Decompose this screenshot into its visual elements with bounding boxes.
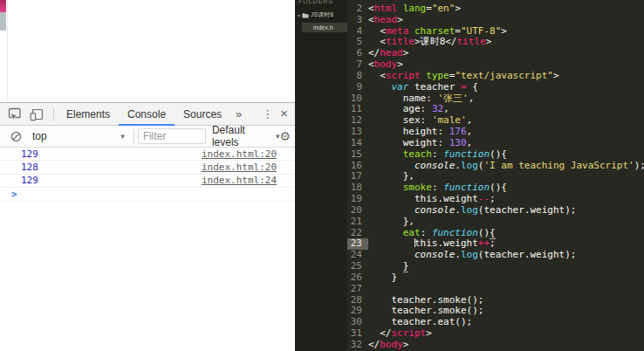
more-tabs-button[interactable]: » [230,107,247,120]
kebab-menu-icon[interactable]: ⋮ [257,107,278,120]
code-line: 9 var teacher = { [347,82,644,93]
prompt-chevron-icon: > [11,189,17,200]
line-number: 20 [347,205,368,217]
code-line-content[interactable]: console.log(teacher.weight); [368,205,576,217]
console-prompt[interactable]: > [0,188,295,202]
message-value: 129 [21,148,38,160]
code-line-content[interactable]: } [368,272,397,284]
console-toolbar: top ▾ Default levels ▾ ⚙ [0,126,295,148]
code-line: 32</body> [347,340,644,351]
message-source-link[interactable]: index.html:20 [202,148,277,160]
line-number: 9 [347,82,368,93]
code-line-content[interactable]: } [368,261,408,272]
close-icon[interactable]: × [278,107,295,121]
tabbar-separator [53,107,54,121]
devtools-tabbar: ElementsConsoleSources » ⋮ × [0,103,295,126]
editor-code[interactable]: 2<html lang="en">3<head>4 <meta charset=… [347,0,644,351]
tab-sources[interactable]: Sources [175,103,230,126]
code-line: 21 }, [347,217,644,228]
editor-sidebar: FOLDERS ▾ JS课时8 index.h [295,0,347,351]
line-number: 21 [347,217,368,228]
message-value: 129 [21,175,38,186]
log-levels-dropdown[interactable]: Default levels ▾ [212,124,280,148]
tab-elements[interactable]: Elements [58,103,119,126]
page-element-pink [0,0,6,12]
gear-icon[interactable]: ⚙ [279,129,291,143]
tab-console[interactable]: Console [119,103,175,126]
message-source-link[interactable]: index.html:20 [202,162,277,173]
sidebar-header: FOLDERS [298,0,347,4]
folder-name: JS课时8 [311,10,333,19]
line-number: 31 [347,328,368,340]
console-message-row: 128index.html:20 [0,161,295,174]
line-number: 25 [347,261,368,272]
line-number: 8 [347,71,368,82]
folder-icon [302,12,309,18]
line-number: 13 [347,127,368,138]
code-line: 20 console.log(teacher.weight); [347,205,644,217]
filter-input[interactable] [138,128,206,144]
toolbar-separator [134,129,134,143]
screen: ElementsConsoleSources » ⋮ × top ▾ [0,0,644,351]
code-line-content[interactable]: </body> [368,340,408,351]
disclosure-triangle-icon: ▾ [298,12,300,18]
console-message-row: 129index.html:24 [0,175,295,188]
code-line: 13 height: 176, [347,127,644,138]
context-label: top [32,130,47,142]
console-messages: 129index.html:20128index.html:20129index… [0,148,295,188]
webpage-viewport [0,0,295,103]
folder-tree-item[interactable]: ▾ JS课时8 [298,10,347,19]
file-tree-item[interactable]: index.h [302,23,347,32]
line-number: 27 [347,284,368,295]
line-number: 14 [347,138,368,149]
editor-pane: FOLDERS ▾ JS课时8 index.h 2<html lang="en"… [295,0,644,351]
page-divider-line [7,0,8,103]
clear-console-icon[interactable] [10,131,22,142]
devtools-panel: ElementsConsoleSources » ⋮ × top ▾ [0,102,295,351]
message-value: 128 [21,162,38,173]
chevron-down-icon: ▾ [120,132,125,141]
line-number: 19 [347,194,368,205]
console-message-row: 129index.html:20 [0,148,295,161]
code-line: 26 } [347,272,644,284]
line-number: 3 [347,15,368,26]
device-toolbar-icon[interactable] [29,107,45,122]
page-element-gray [0,12,6,31]
line-number: 2 [347,3,368,15]
line-number: 15 [347,149,368,161]
levels-label: Default levels [212,124,272,148]
line-number: 32 [347,340,368,351]
message-source-link[interactable]: index.html:24 [202,175,277,186]
devtools-tabs: ElementsConsoleSources [58,103,230,126]
inspect-element-icon[interactable] [7,107,23,122]
context-selector[interactable]: top ▾ [32,130,125,142]
line-number: 26 [347,272,368,284]
browser-pane: ElementsConsoleSources » ⋮ × top ▾ [0,0,295,351]
